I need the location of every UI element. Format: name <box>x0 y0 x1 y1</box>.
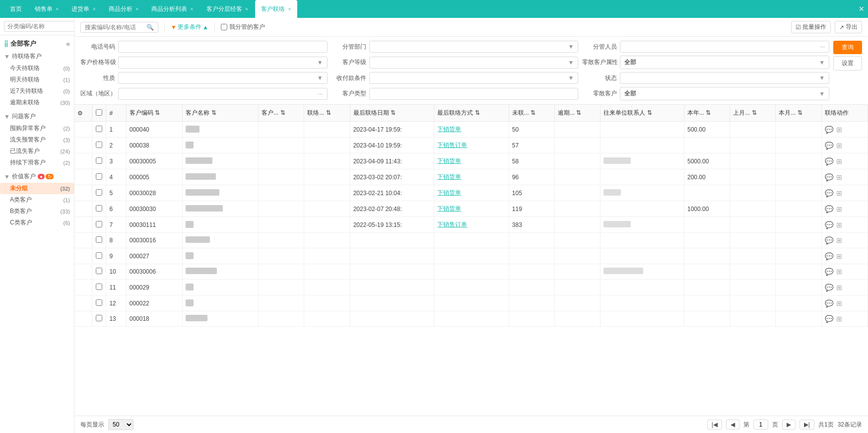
action-chat-icon[interactable]: 💬 <box>825 126 833 134</box>
nav-product-list-close[interactable]: × <box>190 6 193 12</box>
action-more-icon[interactable]: ⊞ <box>836 157 842 165</box>
last-method-link[interactable]: 下销货单 <box>437 157 461 164</box>
my-customers-checkbox[interactable] <box>221 24 227 30</box>
last-method-link[interactable]: 下销售订单 <box>437 221 467 228</box>
sidebar-item-class-b[interactable]: B类客户 (33) <box>0 206 74 217</box>
row-checkbox[interactable] <box>96 252 102 259</box>
filter-price-level-select[interactable]: ▼ <box>118 57 328 69</box>
action-more-icon[interactable]: ⊞ <box>836 142 842 149</box>
row-checkbox[interactable] <box>96 157 102 164</box>
col-c1[interactable]: 客户... ⇅ <box>259 105 304 122</box>
action-chat-icon[interactable]: 💬 <box>825 142 833 149</box>
action-more-icon[interactable]: ⊞ <box>836 205 842 213</box>
col-last-method[interactable]: 最后联络方式 ⇅ <box>434 105 509 122</box>
col-settings[interactable]: ⚙ <box>74 105 92 122</box>
sidebar-collapse-icon[interactable]: « <box>66 40 70 48</box>
search-button[interactable]: 查询 <box>833 41 862 54</box>
row-checkbox[interactable] <box>96 315 102 321</box>
col-last-date[interactable]: 最后联络日期 ⇅ <box>350 105 434 122</box>
action-more-icon[interactable]: ⊞ <box>836 284 842 291</box>
nav-home[interactable]: 首页 <box>4 0 28 18</box>
sidebar-item-abnormal[interactable]: 囤购异常客户 (2) <box>0 123 74 134</box>
filter-phone-input[interactable] <box>118 41 328 53</box>
last-method-link[interactable]: 下销货单 <box>437 205 461 212</box>
filter-retail-select[interactable]: 全部 ▼ <box>620 87 829 100</box>
row-checkbox[interactable] <box>96 173 102 180</box>
row-checkbox[interactable] <box>96 284 102 290</box>
reset-button[interactable]: 设置 <box>833 56 862 71</box>
col-overdue[interactable]: 逾期... ⇅ <box>555 105 601 122</box>
nav-customer-contact[interactable]: 客户联络 × <box>255 0 297 18</box>
filter-region-select[interactable]: ··· <box>118 88 328 100</box>
sidebar-item-tomorrow[interactable]: 明天待联络 (1) <box>0 74 74 85</box>
nav-customer-segment-close[interactable]: × <box>245 6 248 12</box>
col-last-month[interactable]: 上月... ⇅ <box>730 105 776 122</box>
prev-page-button[interactable]: ◀ <box>726 420 739 430</box>
category-search-input[interactable] <box>4 21 74 32</box>
action-more-icon[interactable]: ⊞ <box>836 299 842 307</box>
settings-icon[interactable]: ⚙ <box>77 110 83 117</box>
problem-customer-group[interactable]: ▼ 问题客户 <box>0 110 74 123</box>
row-checkbox[interactable] <box>96 299 102 306</box>
nav-purchase[interactable]: 进货单 × <box>66 0 101 18</box>
action-chat-icon[interactable]: 💬 <box>825 268 833 276</box>
filter-nature-select[interactable]: ▼ <box>118 72 328 84</box>
last-method-link[interactable]: 下销货单 <box>437 126 461 133</box>
sidebar-item-today[interactable]: 今天待联络 (0) <box>0 63 74 74</box>
action-more-icon[interactable]: ⊞ <box>836 268 842 276</box>
last-page-button[interactable]: ▶| <box>800 420 814 430</box>
export-button[interactable]: ↗ 导出 <box>835 21 862 33</box>
pending-contact-group[interactable]: ▼ 待联络客户 <box>0 50 74 63</box>
last-method-link[interactable]: 下销货单 <box>437 173 461 180</box>
last-method-link[interactable]: 下销售订单 <box>437 142 467 148</box>
action-chat-icon[interactable]: 💬 <box>825 189 833 197</box>
action-chat-icon[interactable]: 💬 <box>825 299 833 307</box>
nav-product-list[interactable]: 商品分析列表 × <box>145 0 199 18</box>
filter-payment-select[interactable]: ▼ <box>369 72 579 84</box>
row-checkbox[interactable] <box>96 236 102 243</box>
nav-purchase-close[interactable]: × <box>92 6 95 12</box>
nav-customer-segment[interactable]: 客户分层经客 × <box>200 0 254 18</box>
sidebar-item-class-c[interactable]: C类客户 (6) <box>0 217 74 228</box>
action-chat-icon[interactable]: 💬 <box>825 315 833 323</box>
sidebar-item-churn-warning[interactable]: 流失预警客户 (3) <box>0 134 74 145</box>
filter-customer-level-select[interactable]: ▼ <box>369 57 579 69</box>
col-code[interactable]: 客户编码 ⇅ <box>126 105 183 122</box>
more-conditions-button[interactable]: ▼ 更多条件 ▲ <box>171 23 208 31</box>
action-chat-icon[interactable]: 💬 <box>825 236 833 244</box>
row-checkbox[interactable] <box>96 126 102 132</box>
main-search-input[interactable] <box>85 24 144 31</box>
select-all-checkbox[interactable] <box>96 109 102 116</box>
row-checkbox[interactable] <box>96 142 102 148</box>
action-chat-icon[interactable]: 💬 <box>825 221 833 229</box>
first-page-button[interactable]: |◀ <box>707 420 722 430</box>
sidebar-item-declining[interactable]: 持续下滑客户 (2) <box>0 157 74 168</box>
my-customers-checkbox-label[interactable]: 我分管的客户 <box>221 23 265 31</box>
filter-manager-select[interactable]: ··· <box>620 41 829 53</box>
row-checkbox[interactable] <box>96 221 102 227</box>
main-search-icon[interactable]: 🔍 <box>146 24 154 31</box>
close-all-button[interactable]: × <box>859 4 864 14</box>
page-number-input[interactable] <box>753 420 768 430</box>
action-chat-icon[interactable]: 💬 <box>825 157 833 165</box>
col-not-contact[interactable]: 未联... ⇅ <box>509 105 554 122</box>
filter-retail-attr-select[interactable]: 全部 ▼ <box>620 56 829 69</box>
action-more-icon[interactable]: ⊞ <box>836 189 842 197</box>
sidebar-item-class-a[interactable]: A类客户 (1) <box>0 194 74 206</box>
last-method-link[interactable]: 下销货单 <box>437 189 461 196</box>
row-checkbox[interactable] <box>96 205 102 212</box>
nav-sales[interactable]: 销售单 × <box>29 0 65 18</box>
filter-dept-select[interactable]: ▼ <box>369 41 579 53</box>
filter-status-select[interactable]: ▼ <box>620 72 829 84</box>
col-c2[interactable]: 联络... ⇅ <box>304 105 350 122</box>
action-chat-icon[interactable]: 💬 <box>825 284 833 291</box>
action-chat-icon[interactable]: 💬 <box>825 205 833 213</box>
next-page-button[interactable]: ▶ <box>782 420 796 430</box>
col-this-month[interactable]: 本月... ⇅ <box>776 105 821 122</box>
nav-product-analysis-close[interactable]: × <box>135 6 138 12</box>
action-more-icon[interactable]: ⊞ <box>836 236 842 244</box>
action-chat-icon[interactable]: 💬 <box>825 173 833 181</box>
nav-product-analysis[interactable]: 商品分析 × <box>103 0 144 18</box>
action-more-icon[interactable]: ⊞ <box>836 315 842 323</box>
action-more-icon[interactable]: ⊞ <box>836 126 842 134</box>
